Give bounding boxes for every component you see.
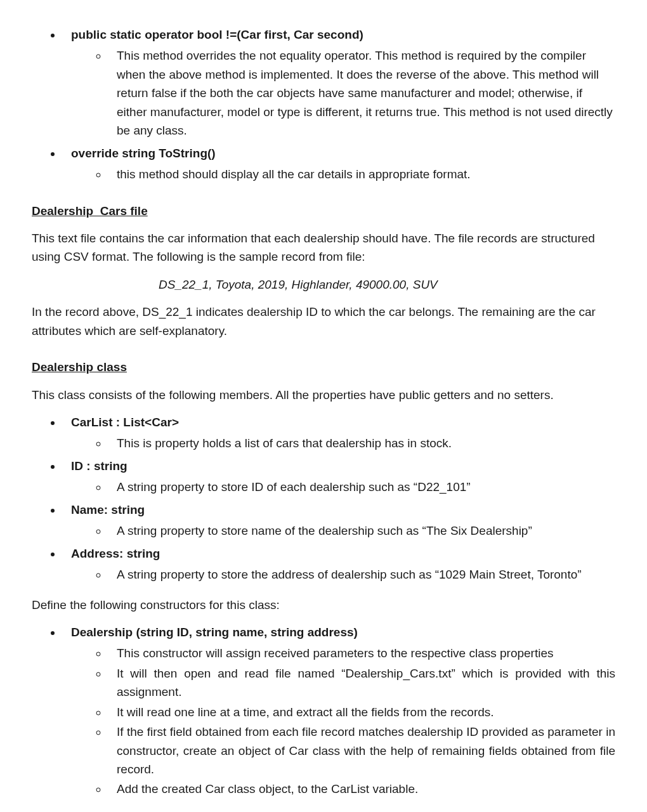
sub-item: Add the created Car class object, to the…: [108, 780, 615, 798]
sub-item: this method should display all the car d…: [108, 165, 615, 183]
section-heading-dealership-file: Dealership_Cars file: [32, 202, 615, 220]
property-title: ID : string: [62, 457, 127, 475]
paragraph: This class consists of the following mem…: [32, 386, 615, 404]
sub-list: A string property to store ID of each de…: [62, 478, 615, 496]
list-item: public static operator bool !=(Car first…: [62, 25, 615, 140]
paragraph: This text file contains the car informat…: [32, 229, 615, 266]
sub-item: This method overrides the not equality o…: [108, 46, 615, 140]
sub-item: If the first field obtained from each fi…: [108, 723, 615, 778]
sub-list: this method should display all the car d…: [62, 165, 615, 183]
sub-list: This method overrides the not equality o…: [62, 46, 615, 140]
top-method-list: public static operator bool !=(Car first…: [32, 25, 615, 184]
list-item: override string ToString() this method s…: [62, 144, 615, 184]
sub-list: This is property holds a list of cars th…: [62, 434, 615, 452]
sub-item: A string property to store the address o…: [108, 565, 615, 584]
list-item: Name: string A string property to store …: [62, 501, 615, 540]
sub-item: A string property to store name of the d…: [108, 521, 615, 540]
property-title: CarList : List<Car>: [62, 413, 179, 431]
property-title: Address: string: [62, 544, 160, 563]
sub-item: This constructor will assign received pa…: [108, 644, 615, 662]
section-heading-dealership-class: Dealership class: [32, 358, 615, 376]
paragraph: In the record above, DS_22_1 indicates d…: [32, 303, 615, 340]
sub-item: A string property to store ID of each de…: [108, 478, 615, 496]
sub-item: This is property holds a list of cars th…: [108, 434, 615, 452]
sample-record: DS_22_1, Toyota, 2019, Highlander, 49000…: [159, 275, 615, 294]
method-title: override string ToString(): [62, 144, 216, 162]
paragraph: Define the following constructors for th…: [32, 596, 615, 614]
list-item: Address: string A string property to sto…: [62, 544, 615, 584]
property-list: CarList : List<Car> This is property hol…: [32, 413, 615, 584]
constructor-list: Dealership (string ID, string name, stri…: [32, 623, 615, 799]
list-item: CarList : List<Car> This is property hol…: [62, 413, 615, 453]
property-title: Name: string: [62, 501, 145, 519]
sub-list: A string property to store the address o…: [62, 565, 615, 584]
list-item: Dealership (string ID, string name, stri…: [62, 623, 615, 799]
sub-item: It will read one line at a time, and ext…: [108, 703, 615, 721]
list-item: ID : string A string property to store I…: [62, 457, 615, 497]
method-title: public static operator bool !=(Car first…: [62, 25, 363, 44]
sub-list: This constructor will assign received pa…: [62, 644, 615, 799]
sub-item: It will then open and read file named “D…: [108, 664, 615, 702]
sub-list: A string property to store name of the d…: [62, 521, 615, 540]
constructor-title: Dealership (string ID, string name, stri…: [62, 623, 358, 641]
